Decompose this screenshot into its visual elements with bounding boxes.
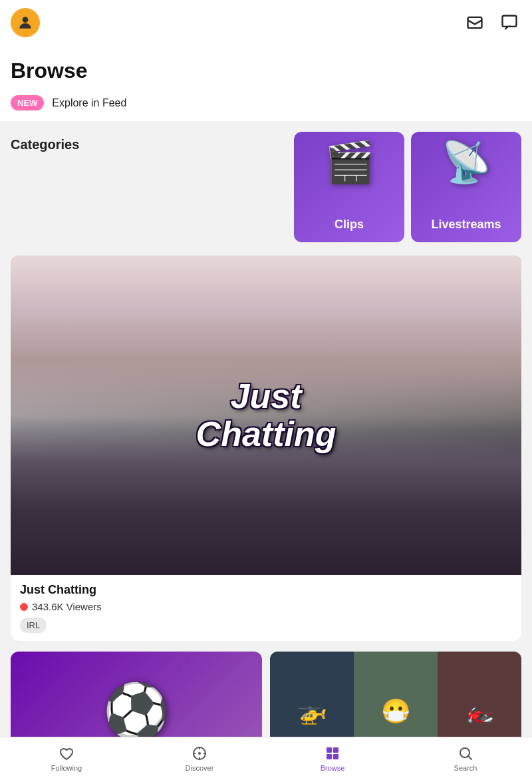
just-chatting-image: JustChatting	[11, 256, 521, 575]
main-content: Categories 🎬 Clips 📡 Livestreams	[0, 121, 532, 780]
just-chatting-card[interactable]: JustChatting Just Chatting 343.6K Viewer…	[11, 256, 521, 641]
user-avatar[interactable]	[11, 8, 40, 37]
discover-label: Discover	[186, 764, 214, 772]
explore-bar: NEW Explore in Feed	[0, 90, 532, 121]
inbox-icon	[466, 13, 484, 32]
nav-discover[interactable]: Discover	[133, 737, 266, 780]
nav-search[interactable]: Search	[399, 737, 532, 780]
svg-point-4	[198, 752, 201, 755]
viewers-count: 343.6K Viewers	[32, 601, 102, 612]
bottom-nav: Following Discover Browse	[0, 737, 532, 780]
svg-rect-2	[503, 16, 517, 27]
svg-line-14	[469, 757, 472, 760]
svg-rect-10	[333, 747, 338, 753]
new-badge: NEW	[11, 95, 44, 110]
user-icon	[17, 14, 34, 31]
chat-icon	[500, 13, 519, 32]
page-title: Browse	[0, 45, 532, 90]
viewers-row: 343.6K Viewers	[20, 601, 512, 612]
svg-rect-12	[333, 754, 338, 759]
featured-info: Just Chatting 343.6K Viewers IRL	[11, 575, 521, 641]
svg-rect-11	[327, 754, 332, 759]
browse-icon	[325, 745, 340, 761]
following-label: Following	[51, 764, 82, 772]
svg-point-0	[23, 17, 29, 23]
header	[0, 0, 532, 45]
following-icon	[59, 745, 74, 761]
svg-rect-1	[468, 17, 482, 28]
livestreams-card[interactable]: 📡 Livestreams	[411, 132, 521, 242]
search-label: Search	[454, 764, 477, 772]
just-chatting-title-overlay: JustChatting	[196, 377, 336, 453]
livestreams-label: Livestreams	[431, 218, 501, 232]
explore-text: Explore in Feed	[52, 97, 126, 109]
browse-label: Browse	[321, 764, 345, 772]
clips-icon: 🎬	[325, 138, 374, 186]
svg-rect-9	[327, 747, 332, 753]
featured-title: Just Chatting	[20, 583, 512, 597]
irl-tag: IRL	[20, 618, 47, 633]
categories-heading: Categories	[11, 137, 283, 152]
chat-button[interactable]	[497, 11, 521, 35]
header-actions	[463, 11, 521, 35]
live-dot	[20, 603, 28, 611]
discover-icon	[192, 745, 207, 761]
search-icon	[458, 745, 473, 761]
nav-browse[interactable]: Browse	[266, 737, 399, 780]
inbox-button[interactable]	[463, 11, 487, 35]
clips-card[interactable]: 🎬 Clips	[294, 132, 404, 242]
nav-following[interactable]: Following	[0, 737, 133, 780]
clips-label: Clips	[334, 218, 364, 232]
livestreams-icon: 📡	[442, 138, 491, 186]
